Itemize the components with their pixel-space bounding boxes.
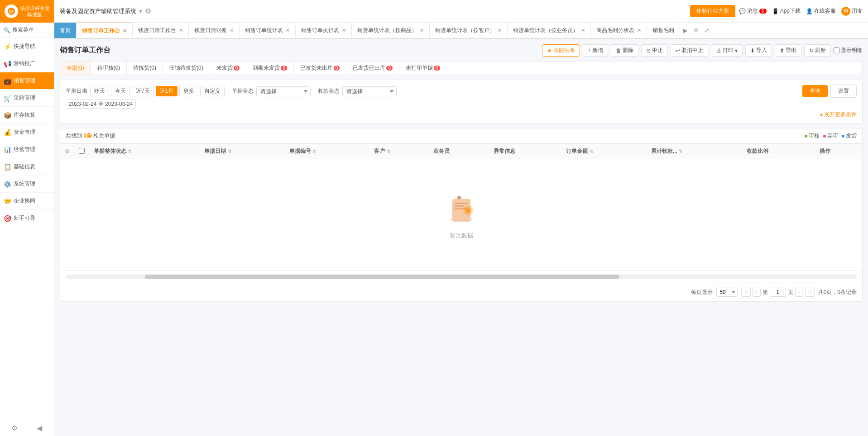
sidebar-item-enterprise[interactable]: 🤝 企业协同	[0, 193, 54, 210]
ship-btn[interactable]: 发货	[842, 132, 857, 140]
tab-close-sales-order[interactable]: ✕	[123, 28, 127, 34]
date-today[interactable]: 今天	[111, 86, 130, 96]
status-select[interactable]: 请选择	[256, 86, 311, 96]
tab-maximize[interactable]: ⤢	[701, 23, 712, 38]
tab-close-cash-daily[interactable]: ✕	[179, 28, 183, 33]
date-filter-label: 单据日期	[66, 87, 87, 95]
tab-cash-reconcile[interactable]: 钱货日清对账 ✕	[189, 23, 240, 38]
query-btn[interactable]: 查询	[802, 85, 828, 97]
tab-close-salesman[interactable]: ✕	[581, 28, 585, 33]
tab-product-margin[interactable]: 商品毛利分析表 ✕	[591, 23, 647, 38]
subtab-not-printed[interactable]: 未打印单据0	[399, 62, 446, 75]
refresh-btn[interactable]: ↻ 刷新	[804, 44, 831, 57]
sidebar-item-finance[interactable]: 💰 资金管理	[0, 124, 54, 141]
page-input[interactable]	[770, 288, 786, 297]
sidebar-item-system[interactable]: ⚙️ 系统管理	[0, 175, 54, 193]
app-download-action[interactable]: 📱 App下载	[772, 7, 801, 15]
online-service-action[interactable]: 👤 在线客服	[806, 7, 836, 15]
subtab-shipped-not-out[interactable]: 已发货未出库0	[294, 62, 347, 75]
col-customer[interactable]: 客户 ⇅	[369, 144, 429, 159]
subtab-pending-pickup[interactable]: 待拣货(0)	[127, 62, 163, 75]
export-btn[interactable]: ⬆ 导出	[775, 44, 801, 57]
setting-btn[interactable]: 设置	[830, 85, 857, 98]
subtab-pending-review[interactable]: 待审核(0)	[91, 62, 127, 75]
subtab-all[interactable]: 全部(0)	[60, 62, 91, 75]
tab-sales-order-workspace[interactable]: 销售订单工作台 ✕	[77, 23, 133, 38]
tab-close-exec[interactable]: ✕	[342, 28, 346, 33]
next-page-btn[interactable]: ›	[795, 288, 803, 297]
subtab-overdue[interactable]: 到期未发货0	[246, 62, 294, 75]
logo-text: 畅捷通好生意 标准版	[20, 5, 50, 18]
col-cumulative[interactable]: 累计收款... ⇅	[647, 144, 742, 159]
review-btn[interactable]: 审核	[805, 132, 820, 140]
col-number[interactable]: 单据编号 ⇅	[285, 144, 370, 159]
subtab-shipped-out[interactable]: 已发货已出库0	[346, 62, 399, 75]
subtab-wangpu[interactable]: 旺铺待发货(0)	[163, 62, 210, 75]
tab-close-all[interactable]: ✕	[691, 23, 701, 38]
sidebar-item-purchase[interactable]: 🛒 采购管理	[0, 90, 54, 107]
smart-gen-btn[interactable]: ★ 智能生单	[542, 44, 580, 57]
import-btn[interactable]: ⬇ 导入	[745, 44, 772, 57]
settings-icon[interactable]: ⚙	[145, 7, 151, 15]
date-yesterday[interactable]: 昨天	[90, 86, 109, 96]
date-more[interactable]: 更多	[179, 86, 198, 96]
col-abnormal: 异常信息	[489, 144, 562, 159]
print-btn[interactable]: 🖨 打印 ▾	[711, 44, 743, 57]
expand-icon: ▾	[820, 112, 823, 118]
sidebar-item-sales[interactable]: 💼 销售管理	[0, 72, 54, 90]
tab-close-sales-order-stats[interactable]: ✕	[286, 28, 290, 33]
per-page-select[interactable]: 50 10 20 100	[716, 288, 738, 297]
tabbar: 首页 销售订单工作台 ✕ 钱货日清工作台 ✕ 钱货日清对账 ✕ 销售订单统计表 …	[54, 23, 868, 39]
subtab-not-shipped[interactable]: 未发货0	[210, 62, 247, 75]
search-menu[interactable]: 🔍 搜索菜单	[0, 23, 54, 38]
trial-btn[interactable]: 体验行业方案	[690, 5, 735, 17]
tab-home[interactable]: 首页	[54, 23, 77, 38]
delete-btn[interactable]: 🗑 删除	[611, 44, 638, 57]
select-all-checkbox[interactable]	[79, 148, 85, 154]
tab-sales-stats-salesman[interactable]: 销货单统计表（按业务员） ✕	[508, 23, 591, 38]
tab-close-margin[interactable]: ✕	[637, 28, 641, 33]
column-settings-icon[interactable]: ⚙	[65, 148, 70, 155]
sidebar: 好 畅捷通好生意 标准版 🔍 搜索菜单 ⚡ 快捷导航 📢 营销推广 💼 销售管理…	[0, 0, 54, 436]
show-detail-checkbox[interactable]: 显示明细	[834, 47, 863, 54]
expand-filter-btn[interactable]: ▾ 展开更多条件	[820, 111, 857, 118]
abandon-review-btn[interactable]: 弃审	[823, 132, 838, 140]
first-page-btn[interactable]: «	[741, 288, 751, 297]
tab-close-product[interactable]: ✕	[420, 28, 424, 33]
tab-cash-daily[interactable]: 钱货日清工作台 ✕	[133, 23, 189, 38]
chevron-down-icon[interactable]: ▾	[139, 8, 142, 14]
add-btn[interactable]: + 新增	[583, 44, 608, 57]
collapse-footer-btn[interactable]: ◀	[29, 424, 51, 432]
sidebar-item-marketing[interactable]: 📢 营销推广	[0, 55, 54, 72]
sidebar-item-quick-nav[interactable]: ⚡ 快捷导航	[0, 38, 54, 55]
prev-page-btn[interactable]: ‹	[753, 288, 761, 297]
stop-btn[interactable]: ⊙ 中止	[641, 44, 668, 57]
settings-footer-btn[interactable]: ⚙	[4, 424, 25, 432]
sidebar-item-inventory[interactable]: 📦 库存核算	[0, 107, 54, 124]
date-7days[interactable]: 近7天	[132, 86, 154, 96]
payment-select[interactable]: 请选择	[342, 86, 397, 96]
col-status[interactable]: 单据整体状态 ⇅	[89, 144, 200, 159]
date-custom[interactable]: 自定义	[200, 86, 225, 96]
tab-sales-order-stats[interactable]: 销售订单统计表 ✕	[240, 23, 296, 38]
operations-icon: 📊	[4, 146, 11, 153]
horizontal-scrollbar[interactable]	[60, 271, 862, 283]
tab-sales-stats-customer[interactable]: 销货单统计表（按客户） ✕	[430, 23, 508, 38]
tab-sales-order-exec[interactable]: 销售订单执行表 ✕	[296, 23, 352, 38]
date-1month[interactable]: 近1月	[156, 86, 178, 96]
finance-icon: 💰	[4, 129, 11, 136]
tab-sales-stats-product[interactable]: 销货单统计表（按商品） ✕	[352, 23, 430, 38]
tab-close-customer[interactable]: ✕	[498, 28, 502, 33]
sidebar-item-basic[interactable]: 📋 基础信息	[0, 158, 54, 175]
col-date[interactable]: 单据日期 ⇅	[200, 144, 285, 159]
tab-nav-more[interactable]: ▶	[680, 23, 691, 38]
sidebar-item-guide[interactable]: 🎯 新手引导	[0, 210, 54, 227]
col-amount[interactable]: 订单金额 ⇅	[561, 144, 647, 159]
last-page-btn[interactable]: »	[805, 288, 815, 297]
tab-sales-profit[interactable]: 销售毛利	[647, 23, 680, 38]
sidebar-item-operations[interactable]: 📊 经营管理	[0, 141, 54, 158]
user-action[interactable]: 用 用友	[841, 7, 863, 16]
tab-close-cash-reconcile[interactable]: ✕	[230, 28, 234, 33]
cancel-stop-btn[interactable]: ↩ 取消中止	[671, 44, 708, 57]
messages-action[interactable]: 💬 消息 6	[739, 7, 767, 15]
